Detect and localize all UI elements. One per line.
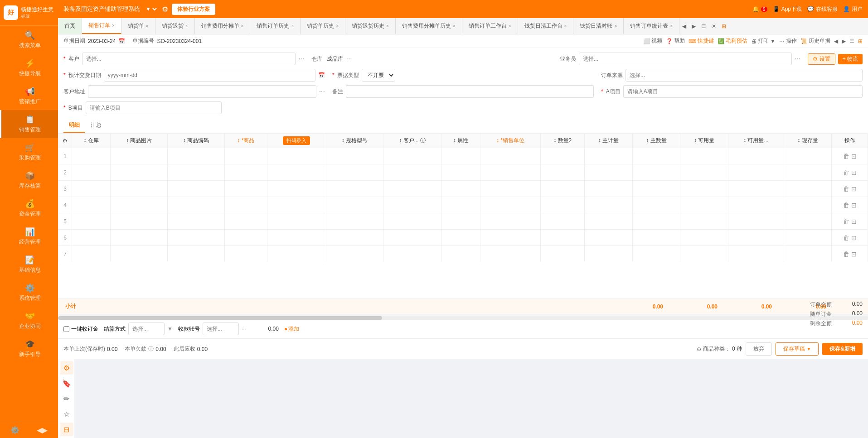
copy-row-icon[interactable]: ⊡ [851,185,857,193]
row-unit[interactable] [480,164,541,181]
tab-close-all[interactable]: ✕ [709,18,719,34]
row-spec[interactable] [326,164,383,181]
col-available2[interactable]: ↕ 可用量... [728,134,784,148]
info-icon[interactable]: ⓘ [148,345,154,353]
col-main-unit[interactable]: ↕ 主计量 [585,134,633,148]
one-click-deposit-check[interactable]: 一键收订金 [63,325,98,333]
customer-address-input[interactable] [88,85,316,98]
tab-menu[interactable]: ☰ [698,18,709,34]
delete-row-icon[interactable]: 🗑 [843,234,849,241]
tab-invoice-history[interactable]: 销货单历史 × [301,18,345,34]
copy-row-icon[interactable]: ⊡ [851,202,857,209]
delete-row-icon[interactable]: 🗑 [843,153,849,160]
tab-expand[interactable]: ⊞ [719,18,729,34]
tab-close-icon[interactable]: × [146,24,149,29]
col-code[interactable]: ↕ 商品编码 [168,134,225,148]
row-spec[interactable] [326,148,383,164]
tab-sales-return[interactable]: 销货退货 × [155,18,195,34]
add-material-btn[interactable]: + 物流 [838,54,863,64]
bank-account-input[interactable] [203,322,239,335]
tab-sales-order-history[interactable]: 销售订单历史 × [250,18,301,34]
col-image[interactable]: ↕ 商品图片 [111,134,168,148]
delete-row-icon[interactable]: 🗑 [843,218,849,225]
calendar-icon[interactable]: 📅 [118,38,125,44]
col-qty2[interactable]: ↕ 数量2 [541,134,585,148]
help-btn[interactable]: ❓ 帮助 [666,37,685,45]
sidebar-item-sales[interactable]: 📋 销售管理 [0,110,58,138]
tab-close-icon[interactable]: × [386,24,389,29]
scroll-area[interactable] [58,314,868,320]
one-click-checkbox[interactable] [63,326,69,332]
b-project-input[interactable] [86,101,222,114]
app-download-btn[interactable]: 📱 App下载 [773,5,802,13]
tab-sales-invoice[interactable]: 销货单 × [121,18,155,34]
tab-close-icon[interactable]: × [112,23,115,28]
tab-close-icon[interactable]: × [670,24,673,29]
list-view-btn[interactable]: ☰ [849,38,854,44]
copy-row-icon[interactable]: ⊡ [851,234,857,241]
collapse-btn[interactable]: ◀▶ [37,426,48,434]
save-new-btn[interactable]: 保存&新增 [822,343,863,355]
settings-icon[interactable]: ⚙ [162,5,168,14]
history-btn[interactable]: 📜 历史单据 [800,37,830,45]
sidebar-item-management[interactable]: 📊 经营管理 [0,222,58,250]
salesperson-input[interactable] [579,53,792,65]
settings-btn[interactable]: ⚙️ [10,426,19,434]
sidebar-item-purchase[interactable]: 🛒 采购管理 [0,138,58,166]
settings-right-btn[interactable]: ⚙ 设置 [808,53,835,65]
copy-row-icon[interactable]: ⊡ [851,218,857,225]
address-more-btn[interactable]: ··· [319,87,325,96]
shortcut-btn[interactable]: ⌨ 快捷键 [689,37,714,45]
row-attr[interactable] [441,148,480,164]
tab-workbench[interactable]: 销售订单工作台 × [462,18,518,34]
rs-settings-icon[interactable]: ⚙ [60,361,73,375]
prev-record-btn[interactable]: ◀ [834,38,838,44]
invoice-type-select[interactable]: 不开票 [362,69,395,82]
row-unit[interactable] [480,148,541,164]
user-avatar[interactable]: 👤 用户 [843,5,863,13]
col-current[interactable]: ↕ 现存量 [784,134,832,148]
row-customer[interactable] [383,148,441,164]
tab-sales-order[interactable]: 销售订单 × [82,18,121,34]
col-attr[interactable]: ↕ 属性 [441,134,480,148]
col-main-qty[interactable]: ↕ 主数量 [632,134,680,148]
dropdown-icon[interactable]: ▼ [806,347,811,351]
tab-expense-history[interactable]: 销售费用分摊单历史 × [396,18,462,34]
print-btn[interactable]: 🖨 打印 ▼ [751,37,776,45]
save-draft-btn[interactable]: 保存草稿 ▼ [776,342,819,356]
sidebar-item-inventory[interactable]: 📦 库存核算 [0,166,58,194]
col-warehouse[interactable]: ↕ 仓库 [72,134,111,148]
tab-close-icon[interactable]: × [509,24,511,29]
row-product[interactable] [225,148,267,164]
copy-row-icon[interactable]: ⊡ [851,153,857,160]
warehouse-more-btn[interactable]: ··· [346,55,352,63]
col-spec[interactable]: ↕ 规格型号 [326,134,383,148]
notification-btn[interactable]: 🔔9 [752,6,767,12]
sidebar-item-basic[interactable]: 📝 基础信息 [0,250,58,279]
sidebar-item-finance[interactable]: 💰 资金管理 [0,194,58,222]
customer-input[interactable] [82,53,296,65]
col-available[interactable]: ↕ 可用量 [680,134,728,148]
row-code[interactable] [168,164,225,181]
operation-btn[interactable]: ⋯ 操作 [779,37,797,45]
customer-more-btn[interactable]: ··· [298,55,304,63]
tab-return-history[interactable]: 销货退货历史 × [345,18,396,34]
tab-prev[interactable]: ◀ [679,18,689,34]
sidebar-item-system[interactable]: ⚙️ 系统管理 [0,279,58,307]
rs-bookmark-icon[interactable]: 🔖 [60,376,73,390]
tab-daily-workbench[interactable]: 钱货日清工作台 × [518,18,574,34]
tab-close-icon[interactable]: × [564,24,567,29]
a-project-input[interactable] [623,85,863,98]
tab-home[interactable]: 首页 [58,18,82,34]
bank-account-more-btn[interactable]: ··· [242,326,246,332]
rs-qrcode-icon[interactable]: ⊟ [60,423,73,436]
sidebar-item-guide[interactable]: 🎓 新手引导 [0,335,58,363]
sidebar-item-nav[interactable]: ⚡ 快捷导航 [0,54,58,82]
detail-tab-detail[interactable]: 明细 [63,119,85,133]
copy-row-icon[interactable]: ⊡ [851,250,857,258]
tab-close-icon[interactable]: × [241,24,244,29]
add-payment-btn[interactable]: ● 添加 [284,325,299,333]
tab-close-icon[interactable]: × [336,24,339,29]
view-btn[interactable]: ⬜ 视频 [643,37,662,45]
online-service-btn[interactable]: 💬 在线客服 [807,5,838,13]
